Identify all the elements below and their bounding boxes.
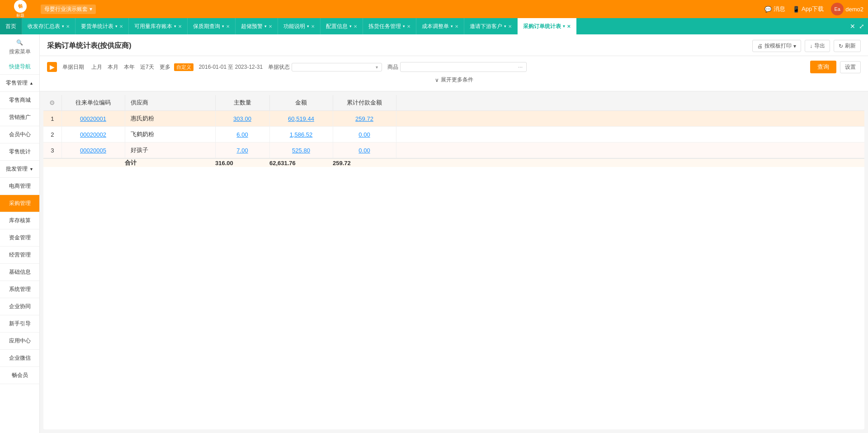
- td-qty-1: 303.00: [215, 111, 269, 127]
- tab-close-icon[interactable]: ✕: [455, 24, 458, 29]
- tab-warranty[interactable]: 保质期查询 ▾ ✕: [188, 18, 236, 34]
- code-link[interactable]: 00020001: [80, 115, 106, 122]
- user-menu[interactable]: Ea demo2: [831, 3, 863, 15]
- print-icon: 🖨: [757, 43, 763, 49]
- tab-config[interactable]: 配置信息 ▾ ✕: [321, 18, 363, 34]
- tab-close-icon[interactable]: ✕: [311, 24, 315, 29]
- product-input[interactable]: ···: [400, 62, 527, 72]
- td-supplier-1: 惠氏奶粉: [125, 111, 215, 127]
- tab-feature[interactable]: 功能说明 ▾ ✕: [278, 18, 321, 34]
- table-row[interactable]: 1 00020001 惠氏奶粉 303.00 60,519.44: [43, 111, 864, 127]
- nav-window-expand[interactable]: ⤢: [859, 23, 864, 30]
- tab-invite[interactable]: 邀请下游客户 ▾ ✕: [464, 18, 518, 34]
- workspace-label: 母婴行业演示账套: [44, 5, 88, 13]
- table-row[interactable]: 3 00020005 好孩子 7.00 525.80: [43, 143, 864, 159]
- expand-more-row[interactable]: ∨ 展开更多条件: [47, 73, 861, 86]
- tab-home[interactable]: 首页: [0, 18, 22, 34]
- tab-cost[interactable]: 成本调整单 ▾ ✕: [416, 18, 464, 34]
- sidebar-item-vip[interactable]: 畅会员: [0, 367, 39, 384]
- status-select[interactable]: ▾: [292, 63, 382, 71]
- sidebar-item-retail-shop[interactable]: 零售商城: [0, 92, 39, 109]
- gear-icon[interactable]: ⚙: [49, 99, 55, 106]
- th-empty: [396, 95, 864, 111]
- date-shortcut-last-month[interactable]: 上月: [90, 63, 104, 71]
- status-label: 单据状态: [268, 63, 290, 71]
- tab-requisition[interactable]: 要货单统计表 ▾ ✕: [75, 18, 129, 34]
- avatar: Ea: [831, 3, 844, 15]
- date-shortcut-more[interactable]: 更多: [158, 63, 172, 71]
- export-button[interactable]: ↓ 导出: [805, 40, 830, 52]
- date-shortcut-7days[interactable]: 近7天: [138, 63, 156, 71]
- tab-close-icon[interactable]: ✕: [269, 24, 272, 29]
- content-area: 采购订单统计表(按供应商) 🖨 按模板打印 ▾ ↓ 导出 ↻ 刷新: [40, 34, 868, 433]
- td-amount-1: 60,519.44: [269, 111, 333, 127]
- logo-text: 标题: [16, 13, 24, 19]
- tab-close-icon[interactable]: ✕: [508, 24, 512, 29]
- sidebar-item-member[interactable]: 会员中心: [0, 126, 39, 143]
- custom-date-badge[interactable]: 自定义: [174, 63, 193, 71]
- sidebar-item-ecommerce[interactable]: 电商管理: [0, 178, 39, 195]
- tab-close-icon[interactable]: ✕: [178, 24, 182, 29]
- tab-receive[interactable]: 收发存汇总表 ▾ ✕: [22, 18, 75, 34]
- td-amount-3: 525.80: [269, 143, 333, 159]
- sidebar-item-retail[interactable]: 零售管理 ▲: [0, 75, 39, 92]
- tab-dropdown-icon: ▾: [349, 24, 352, 29]
- tab-close-icon[interactable]: ✕: [66, 24, 70, 29]
- sidebar-item-guide[interactable]: 新手引导: [0, 315, 39, 333]
- td-qty-2: 6.00: [215, 127, 269, 143]
- sidebar-item-purchase[interactable]: 采购管理: [0, 195, 39, 212]
- tab-dropdown-icon: ▾: [563, 24, 565, 29]
- tab-dropdown-icon: ▾: [403, 24, 405, 29]
- td-qty-3: 7.00: [215, 143, 269, 159]
- sidebar-item-inventory[interactable]: 库存核算: [0, 212, 39, 229]
- message-btn[interactable]: 💬 消息: [764, 5, 785, 13]
- tab-close-icon[interactable]: ✕: [226, 24, 230, 29]
- top-bar-right: 💬 消息 📱 App下载 Ea demo2: [764, 3, 863, 15]
- tab-available[interactable]: 可用量库存账本 ▾ ✕: [129, 18, 188, 34]
- code-link[interactable]: 00020002: [80, 131, 106, 138]
- footer-amount: 62,631.76: [269, 158, 333, 167]
- filter-product: 商品 ···: [387, 62, 527, 72]
- sidebar-item-finance[interactable]: 资金管理: [0, 229, 39, 247]
- filter-status: 单据状态 ▾: [268, 63, 382, 71]
- sidebar-item-retail-stat[interactable]: 零售统计: [0, 143, 39, 161]
- sidebar-item-system[interactable]: 系统管理: [0, 281, 39, 298]
- td-paid-2: 0.00: [333, 127, 396, 143]
- sidebar-item-enterprise[interactable]: 企业协同: [0, 298, 39, 315]
- message-label: 消息: [774, 5, 785, 13]
- settings-button[interactable]: 设置: [840, 61, 861, 73]
- tab-close-icon[interactable]: ✕: [354, 24, 357, 29]
- tab-purchase-stat[interactable]: 采购订单统计表 ▾ ✕: [518, 18, 576, 34]
- code-link[interactable]: 00020005: [80, 147, 106, 154]
- td-extra-3: [396, 143, 864, 159]
- sidebar-item-operation[interactable]: 经营管理: [0, 247, 39, 264]
- date-shortcut-this-year[interactable]: 本年: [122, 63, 137, 71]
- tab-close-icon[interactable]: ✕: [119, 24, 123, 29]
- date-shortcuts: 上月 本月 本年 近7天 更多 自定义: [90, 63, 193, 71]
- filter-toggle-button[interactable]: ▶: [47, 62, 57, 72]
- tab-close-icon[interactable]: ✕: [407, 24, 410, 29]
- td-extra-2: [396, 127, 864, 143]
- template-print-button[interactable]: 🖨 按模板打印 ▾: [752, 40, 801, 52]
- nav-window-close[interactable]: ✕: [850, 23, 855, 30]
- table-row[interactable]: 2 00020002 飞鹤奶粉 6.00 1,586.52: [43, 127, 864, 143]
- date-shortcut-this-month[interactable]: 本月: [106, 63, 120, 71]
- sidebar-search[interactable]: 🔍 搜索菜单: [0, 34, 39, 59]
- tab-close-icon[interactable]: ✕: [567, 24, 571, 29]
- th-amount: 金额: [269, 95, 333, 111]
- sidebar-item-marketing[interactable]: 营销推广: [0, 109, 39, 126]
- sidebar-item-appCenter[interactable]: 应用中心: [0, 333, 39, 350]
- footer-paid: 259.72: [333, 158, 396, 167]
- sidebar-item-wechat[interactable]: 企业微信: [0, 350, 39, 367]
- tab-task[interactable]: 拣货任务管理 ▾ ✕: [363, 18, 416, 34]
- app-download-btn[interactable]: 📱 App下载: [793, 5, 824, 13]
- sidebar-item-basic[interactable]: 基础信息: [0, 264, 39, 281]
- workspace-selector[interactable]: 母婴行业演示账套 ▾: [41, 5, 96, 14]
- td-amount-2: 1,586.52: [269, 127, 333, 143]
- search-button[interactable]: 查询: [810, 61, 836, 73]
- footer-label: 合计: [125, 158, 215, 167]
- refresh-button[interactable]: ↻ 刷新: [834, 40, 861, 52]
- sidebar-quick-nav[interactable]: 快捷导航: [0, 59, 39, 75]
- sidebar-item-wholesale[interactable]: 批发管理 ▼: [0, 161, 39, 178]
- tab-overstock[interactable]: 超储预警 ▾ ✕: [236, 18, 278, 34]
